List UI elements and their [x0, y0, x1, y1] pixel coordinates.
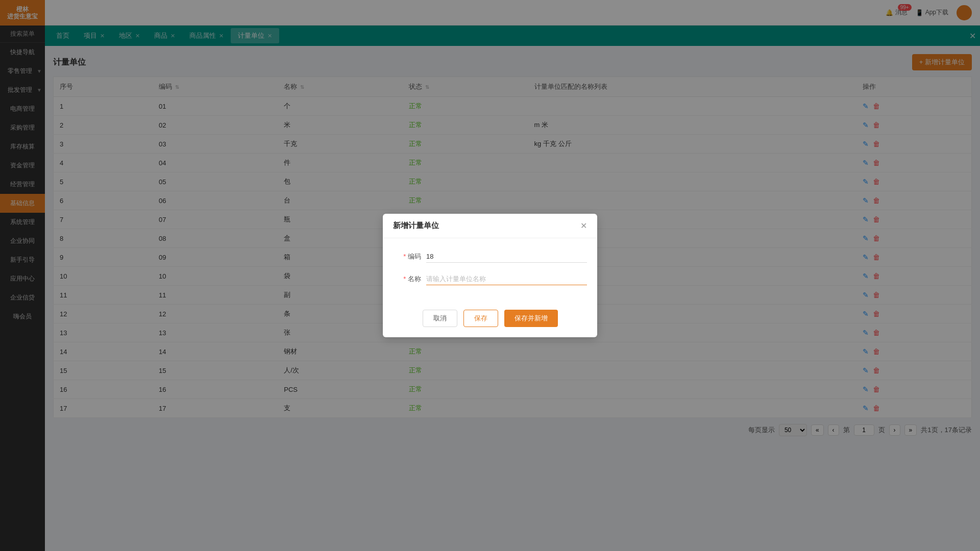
modal-footer: 取消 保存 保存并新增	[383, 304, 597, 337]
name-label: 名称	[393, 274, 421, 284]
cancel-button[interactable]: 取消	[423, 310, 457, 327]
modal-body: 编码 名称	[383, 238, 597, 304]
code-input[interactable]	[426, 251, 587, 263]
modal-close-button[interactable]: ✕	[580, 221, 587, 231]
name-field-row: 名称	[393, 273, 587, 285]
modal-header: 新增计量单位 ✕	[383, 214, 597, 238]
code-field-row: 编码	[393, 251, 587, 263]
save-button[interactable]: 保存	[463, 310, 498, 327]
modal-title: 新增计量单位	[393, 221, 439, 231]
save-and-add-button[interactable]: 保存并新增	[504, 310, 558, 327]
add-unit-modal: 新增计量单位 ✕ 编码 名称 取消 保存 保存并新增	[383, 214, 597, 337]
modal-overlay: 新增计量单位 ✕ 编码 名称 取消 保存 保存并新增	[0, 0, 980, 551]
name-input[interactable]	[426, 273, 587, 285]
code-label: 编码	[393, 252, 421, 261]
